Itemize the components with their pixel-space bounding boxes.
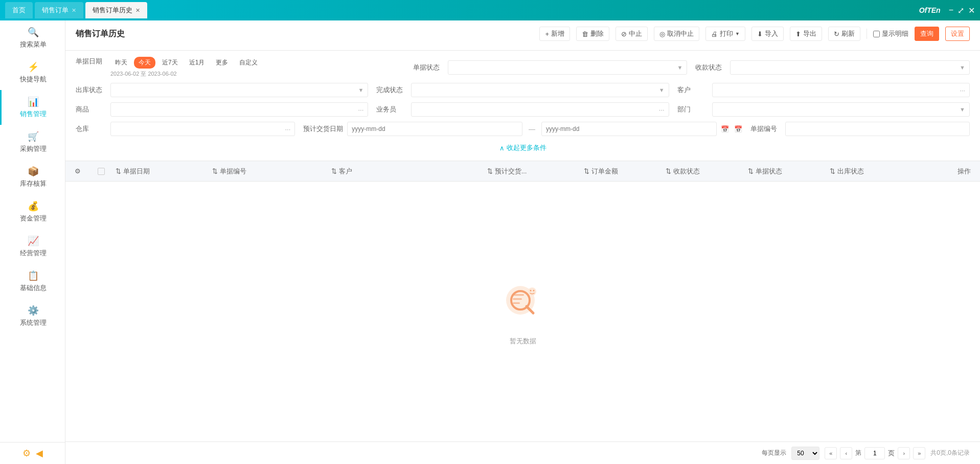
export-label: 导出 xyxy=(803,29,816,38)
filter-row-4: 仓库 ··· 预计交货日期 — 📅 📅 单据编号 xyxy=(76,122,970,136)
sidebar-item-sales-mgmt-label: 销售管理 xyxy=(20,109,47,119)
prev-page-button[interactable]: ‹ xyxy=(840,447,852,459)
last-page-button[interactable]: » xyxy=(913,447,925,459)
customer-dots-icon[interactable]: ··· xyxy=(960,86,965,94)
next-page-button[interactable]: › xyxy=(898,447,910,459)
main-layout: 🔍 搜索菜单 ⚡ 快捷导航 📊 销售管理 🛒 采购管理 📦 库存核算 💰 资金管… xyxy=(0,20,980,464)
collapse-label: 收起更多条件 xyxy=(507,143,546,152)
col-checkbox[interactable] xyxy=(91,168,111,175)
product-dots-icon[interactable]: ··· xyxy=(358,106,363,114)
customer-select[interactable]: ··· xyxy=(712,83,970,97)
col-payment-status[interactable]: ⇅ 收款状态 xyxy=(662,167,743,176)
sidebar-item-quick-nav[interactable]: ⚡ 快捷导航 xyxy=(0,55,65,90)
col-delivery-sort-icon: ⇅ xyxy=(487,167,493,175)
quick-nav-icon: ⚡ xyxy=(28,61,39,73)
payment-status-select[interactable]: ▼ xyxy=(730,60,970,75)
delivery-date-end-input[interactable] xyxy=(541,122,717,136)
pagination: 每页显示 50 10 20 100 « ‹ 第 页 › » 共0页,0条记录 xyxy=(65,441,980,464)
display-fields-checkbox[interactable]: 显示明细 xyxy=(873,29,908,38)
date-buttons: 昨天 今天 近7天 近1月 更多 自定义 xyxy=(110,57,262,69)
add-button[interactable]: + 新增 xyxy=(539,27,570,41)
delivery-date-start-input[interactable] xyxy=(347,122,522,136)
delete-button[interactable]: 🗑 删除 xyxy=(576,27,609,41)
filter-row-2: 出库状态 ▼ 完成状态 ▼ 客户 xyxy=(76,83,970,97)
col-order-no-sort-icon: ⇅ xyxy=(212,167,218,175)
col-date[interactable]: ⇅ 单据日期 xyxy=(111,167,208,176)
svg-point-8 xyxy=(533,290,534,292)
date-btn-7days[interactable]: 近7天 xyxy=(157,57,183,69)
tab-home[interactable]: 首页 xyxy=(5,2,33,18)
date-btn-1month[interactable]: 近1月 xyxy=(185,57,210,69)
sidebar-collapse-icon[interactable]: ◀ xyxy=(36,448,43,459)
completion-status-select[interactable]: ▼ xyxy=(411,83,669,97)
completion-status-arrow-icon: ▼ xyxy=(659,87,665,93)
filter-warehouse: 仓库 ··· xyxy=(76,122,295,136)
print-dropdown-icon: ▼ xyxy=(735,31,740,36)
sidebar-item-search-menu[interactable]: 🔍 搜索菜单 xyxy=(0,20,65,55)
first-page-button[interactable]: « xyxy=(825,447,837,459)
department-select[interactable]: ▼ xyxy=(712,102,970,117)
page-header: 销售订单历史 + 新增 🗑 删除 ⊘ 中止 ◎ xyxy=(65,20,980,51)
display-fields-input[interactable] xyxy=(873,31,880,37)
date-btn-custom[interactable]: 自定义 xyxy=(235,57,262,69)
sidebar-item-operations-mgmt[interactable]: 📈 经营管理 xyxy=(0,229,65,264)
refresh-button[interactable]: ↻ 刷新 xyxy=(828,27,860,41)
col-amount[interactable]: ⇅ 订单金额 xyxy=(580,167,662,176)
sidebar-item-capital-mgmt[interactable]: 💰 资金管理 xyxy=(0,194,65,229)
date-btn-yesterday[interactable]: 昨天 xyxy=(110,57,132,69)
settings-button[interactable]: 设置 xyxy=(945,27,970,41)
tab-sales-order-history[interactable]: 销售订单历史 ✕ xyxy=(85,2,147,18)
delivery-status-label: 出库状态 xyxy=(76,85,106,95)
product-select[interactable]: ··· xyxy=(110,102,368,117)
operations-mgmt-icon: 📈 xyxy=(28,235,39,247)
tab-sales-order-close[interactable]: ✕ xyxy=(72,7,76,14)
col-settings-icon[interactable]: ⚙ xyxy=(75,167,81,175)
sales-rep-label: 业务员 xyxy=(376,105,407,114)
order-number-input[interactable] xyxy=(785,122,970,136)
col-customer[interactable]: ⇅ 客户 xyxy=(327,167,483,176)
query-button[interactable]: 查询 xyxy=(915,27,939,41)
cancel-stop-button[interactable]: ◎ 取消中止 xyxy=(654,27,699,41)
sidebar-settings-icon[interactable]: ⚙ xyxy=(22,448,31,459)
per-page-select[interactable]: 50 10 20 100 xyxy=(791,447,819,460)
delivery-status-select[interactable]: ▼ xyxy=(110,83,368,97)
stop-button[interactable]: ⊘ 中止 xyxy=(616,27,648,41)
filter-delivery-date: 预计交货日期 — 📅 📅 xyxy=(303,122,742,136)
col-order-status-label: 单据状态 xyxy=(756,167,782,176)
sidebar-item-sales-mgmt[interactable]: 📊 销售管理 xyxy=(0,90,65,125)
col-order-no[interactable]: ⇅ 单据编号 xyxy=(208,167,327,176)
calendar-end-icon[interactable]: 📅 xyxy=(734,125,742,133)
sidebar-item-inventory-calc[interactable]: 📦 库存核算 xyxy=(0,160,65,194)
tab-sales-order[interactable]: 销售订单 ✕ xyxy=(35,2,83,18)
sidebar-item-purchase-mgmt[interactable]: 🛒 采购管理 xyxy=(0,125,65,160)
window-close-icon[interactable]: ✕ xyxy=(968,6,975,15)
header-checkbox[interactable] xyxy=(98,168,105,175)
col-order-status[interactable]: ⇅ 单据状态 xyxy=(744,167,826,176)
date-filter-label: 单据日期 xyxy=(76,57,106,66)
sidebar-item-system-mgmt[interactable]: ⚙️ 系统管理 xyxy=(0,299,65,334)
export-button[interactable]: ⬆ 导出 xyxy=(790,27,822,41)
date-btn-more[interactable]: 更多 xyxy=(211,57,233,69)
collapse-more-button[interactable]: ∧ 收起更多条件 xyxy=(76,141,970,154)
print-button[interactable]: 🖨 打印 ▼ xyxy=(705,27,745,41)
page-number-input[interactable] xyxy=(864,447,885,459)
sales-rep-select[interactable]: ··· xyxy=(411,102,669,117)
sidebar-item-search-menu-label: 搜索菜单 xyxy=(20,40,47,49)
col-delivery-status[interactable]: ⇅ 出库状态 xyxy=(826,167,907,176)
col-settings[interactable]: ⚙ xyxy=(71,167,91,175)
import-button[interactable]: ⬇ 导入 xyxy=(751,27,784,41)
calendar-start-icon[interactable]: 📅 xyxy=(721,125,729,133)
window-minimize-icon[interactable]: − xyxy=(949,6,953,15)
window-expand-icon[interactable]: ⤢ xyxy=(958,6,964,15)
warehouse-select[interactable]: ··· xyxy=(110,122,295,136)
sales-rep-dots-icon[interactable]: ··· xyxy=(659,106,665,114)
sidebar-item-basic-info[interactable]: 📋 基础信息 xyxy=(0,264,65,299)
date-btn-today[interactable]: 今天 xyxy=(134,57,155,69)
order-status-select[interactable]: ▼ xyxy=(448,60,688,75)
sidebar-item-quick-nav-label: 快捷导航 xyxy=(20,75,47,84)
col-delivery[interactable]: ⇅ 预计交货... xyxy=(483,167,580,176)
warehouse-dots-icon[interactable]: ··· xyxy=(285,125,290,133)
tab-sales-order-history-close[interactable]: ✕ xyxy=(135,7,140,14)
search-menu-icon: 🔍 xyxy=(28,27,39,38)
date-range-separator: — xyxy=(527,125,537,133)
